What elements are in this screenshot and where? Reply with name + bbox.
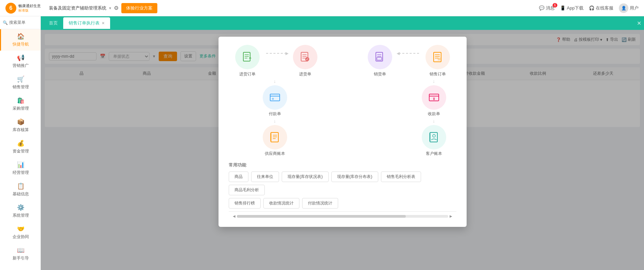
func-btn-sales-profit[interactable]: 销售毛利分析表 bbox=[381, 172, 421, 182]
svg-rect-25 bbox=[271, 132, 278, 142]
purchase-order-icon bbox=[235, 45, 260, 69]
finance-icon: 💰 bbox=[17, 140, 24, 147]
system-icon: ⚙️ bbox=[17, 204, 24, 211]
tab-home[interactable]: 首页 bbox=[43, 17, 63, 29]
purchase-slip-icon: ✓ bbox=[293, 45, 317, 69]
system-title-bar: 装备及固定资产辅助管理系统 ▾ ⚙ 体验行业方案 bbox=[49, 3, 539, 13]
header-right: 💬 消息 6 📱 App下载 🎧 在线客服 👤 用户 bbox=[539, 3, 639, 13]
svg-rect-26 bbox=[270, 133, 272, 141]
sidebar-item-purchase[interactable]: 🛍️ 采购管理 bbox=[0, 93, 40, 115]
func-btn-sales-rank[interactable]: 销售排行榜 bbox=[229, 198, 261, 209]
sidebar-item-operation[interactable]: 📊 经营管理 bbox=[0, 158, 40, 179]
message-badge: 6 bbox=[553, 3, 557, 7]
sales-slip-label: 销货单 bbox=[374, 71, 386, 77]
svg-rect-13 bbox=[377, 57, 382, 60]
top-header: 6 畅康通好生意 标准版 装备及固定资产辅助管理系统 ▾ ⚙ 体验行业方案 💬 … bbox=[0, 0, 644, 16]
svg-rect-18 bbox=[438, 58, 440, 60]
common-functions-section: 常用功能 商品 往来单位 现存量(库存状况表) 现存量(库存分布表) 销售毛利分… bbox=[229, 162, 456, 209]
home-icon: 🏠 bbox=[17, 33, 24, 40]
modal-overlay[interactable]: 进货订单 ▶ bbox=[41, 30, 644, 270]
function-buttons-row2: 销售排行榜 收款情况统计 付款情况统计 bbox=[229, 198, 456, 209]
page-content: ❓ 帮助 🖨 按模板打印 ▾ ⬆ 导出 🔄 刷新 bbox=[41, 30, 644, 270]
flow-node-purchase-order[interactable]: 进货订单 bbox=[229, 45, 266, 77]
sidebar-item-system[interactable]: ⚙️ 系统管理 bbox=[0, 200, 40, 222]
logo-icon: 6 bbox=[5, 3, 16, 14]
tab-close-icon[interactable]: ✕ bbox=[102, 21, 105, 25]
system-title: 装备及固定资产辅助管理系统 bbox=[49, 5, 106, 11]
avatar: 👤 bbox=[619, 3, 628, 13]
func-btn-payment-stats[interactable]: 付款情况统计 bbox=[302, 198, 338, 209]
flow-node-purchase-slip[interactable]: ✓ 进货单 bbox=[286, 45, 324, 77]
headset-icon: 🎧 bbox=[589, 5, 594, 11]
modal-content: 进货订单 ▶ bbox=[219, 37, 467, 227]
sidebar-item-base-info[interactable]: 📋 基础信息 bbox=[0, 179, 40, 200]
app-download-button[interactable]: 📱 App下载 bbox=[560, 5, 584, 11]
sidebar-item-inventory[interactable]: 📦 库存核算 bbox=[0, 115, 40, 136]
func-btn-product[interactable]: 商品 bbox=[229, 172, 248, 182]
sidebar: 🔍 搜索菜单 🏠 快捷导航 📢 营销推广 🛒 销售管理 🛍️ 采购管理 📦 库存… bbox=[0, 16, 41, 270]
receipt-slip-icon: ¥ bbox=[422, 85, 446, 110]
payment-slip-icon bbox=[263, 85, 287, 110]
supplier-ledger-icon bbox=[263, 125, 287, 149]
logo-area: 6 畅康通好生意 标准版 bbox=[5, 3, 46, 14]
content-area: 首页 销售订单执行表 ✕ ✕ ❓ 帮助 🖨 按模板打印 bbox=[41, 16, 644, 270]
purchase-order-label: 进货订单 bbox=[239, 71, 256, 77]
flow-node-sales-slip[interactable]: 销货单 bbox=[361, 45, 399, 77]
sales-slip-icon bbox=[368, 45, 392, 69]
svg-text:¥: ¥ bbox=[433, 97, 435, 101]
tab-bar: 首页 销售订单执行表 ✕ ✕ bbox=[41, 16, 644, 30]
scroll-right-arrow[interactable]: ▶ bbox=[450, 214, 452, 218]
flow-node-sales-order[interactable]: 销售订单 bbox=[419, 45, 456, 77]
func-btn-product-profit[interactable]: 商品毛利分析 bbox=[229, 185, 265, 195]
marketing-icon: 📢 bbox=[17, 54, 24, 61]
svg-text:✓: ✓ bbox=[306, 57, 309, 61]
arrow-order-to-slip: ◀ bbox=[399, 45, 419, 54]
svg-point-32 bbox=[433, 134, 435, 137]
sidebar-item-enterprise[interactable]: 🤝 企业协同 bbox=[0, 222, 40, 243]
base-info-icon: 📋 bbox=[17, 182, 24, 190]
enterprise-icon: 🤝 bbox=[17, 225, 24, 233]
inventory-icon: 📦 bbox=[17, 118, 24, 126]
customer-ledger-icon bbox=[422, 125, 446, 149]
guide-icon: 📖 bbox=[17, 247, 24, 254]
sidebar-item-finance[interactable]: 💰 资金管理 bbox=[0, 136, 40, 158]
sales-order-icon bbox=[425, 45, 450, 69]
logo-text: 畅康通好生意 标准版 bbox=[18, 3, 41, 13]
supplier-ledger-label: 供应商账本 bbox=[265, 151, 285, 157]
scroll-thumb bbox=[237, 215, 406, 218]
title-dropdown-icon[interactable]: ▾ bbox=[109, 6, 111, 11]
search-icon: 🔍 bbox=[3, 20, 8, 25]
receipt-slip-label: 收款单 bbox=[428, 111, 440, 117]
sales-order-label: 销售订单 bbox=[430, 71, 446, 77]
function-buttons-row1: 商品 往来单位 现存量(库存状况表) 现存量(库存分布表) 销售毛利分析表 商品… bbox=[229, 172, 456, 195]
settings-icon[interactable]: ⚙ bbox=[114, 5, 119, 11]
message-button[interactable]: 💬 消息 6 bbox=[539, 5, 555, 11]
sidebar-item-quick-nav[interactable]: 🏠 快捷导航 bbox=[0, 29, 40, 51]
svg-point-21 bbox=[272, 98, 274, 100]
operation-icon: 📊 bbox=[17, 161, 24, 168]
scroll-left-arrow[interactable]: ◀ bbox=[233, 214, 236, 218]
tab-bar-close-icon[interactable]: ✕ bbox=[637, 20, 641, 26]
purchase-slip-label: 进货单 bbox=[299, 71, 311, 77]
trial-button[interactable]: 体验行业方案 bbox=[121, 3, 157, 13]
message-icon: 💬 bbox=[539, 5, 544, 11]
main-layout: 🔍 搜索菜单 🏠 快捷导航 📢 营销推广 🛒 销售管理 🛍️ 采购管理 📦 库存… bbox=[0, 16, 644, 270]
sidebar-item-guide[interactable]: 📖 新手引导 bbox=[0, 243, 40, 265]
func-btn-partner[interactable]: 往来单位 bbox=[251, 172, 279, 182]
sidebar-item-marketing[interactable]: 📢 营销推广 bbox=[0, 51, 40, 72]
svg-rect-31 bbox=[429, 133, 431, 141]
common-functions-title: 常用功能 bbox=[229, 162, 456, 168]
app-download-icon: 📱 bbox=[560, 5, 565, 11]
func-btn-receipt-stats[interactable]: 收款情况统计 bbox=[263, 198, 299, 209]
func-btn-stock-status[interactable]: 现存量(库存状况表) bbox=[282, 172, 329, 182]
svg-rect-19 bbox=[270, 94, 280, 101]
modal-box: 进货订单 ▶ bbox=[219, 37, 467, 227]
sidebar-item-sales[interactable]: 🛒 销售管理 bbox=[0, 72, 40, 93]
arrow-purchase-to-slip: ▶ bbox=[266, 45, 286, 54]
search-menu-button[interactable]: 🔍 搜索菜单 bbox=[0, 16, 40, 29]
online-service-button[interactable]: 🎧 在线客服 bbox=[589, 5, 613, 11]
scroll-track[interactable] bbox=[237, 215, 448, 218]
user-profile-button[interactable]: 👤 用户 bbox=[619, 3, 639, 13]
func-btn-stock-dist[interactable]: 现存量(库存分布表) bbox=[331, 172, 378, 182]
tab-sales-order-exec[interactable]: 销售订单执行表 ✕ bbox=[63, 17, 110, 29]
